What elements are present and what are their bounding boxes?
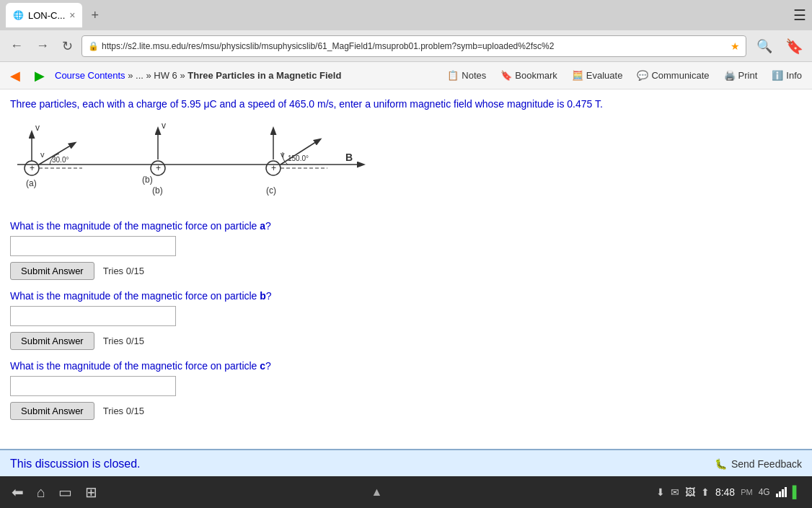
up-chevron-icon[interactable]: ▲ bbox=[371, 486, 383, 499]
submit-c-button[interactable]: Submit Answer bbox=[10, 402, 94, 420]
signal-label: 4G bbox=[759, 487, 770, 497]
battery-icon: ▌ bbox=[793, 486, 800, 499]
svg-text:(b): (b) bbox=[142, 175, 153, 185]
evaluate-button[interactable]: 🧮 Evaluate bbox=[568, 69, 627, 82]
back-course-icon: ◀ bbox=[10, 68, 20, 84]
active-tab[interactable]: 🌐 LON-C... × bbox=[6, 3, 82, 27]
tries-b: Tries 0/15 bbox=[103, 336, 144, 346]
question-b-text: What is the magnitude of the magnetic fo… bbox=[10, 290, 257, 302]
forward-button[interactable]: → bbox=[32, 35, 53, 56]
svg-text:150.0°: 150.0° bbox=[288, 154, 309, 162]
status-bar: ⬇ ✉ 🖼 ⬆ 8:48 PM 4G ▌ bbox=[656, 486, 800, 499]
forward-course-icon: ▶ bbox=[35, 68, 45, 84]
print-button[interactable]: 🖨️ Print bbox=[720, 69, 762, 82]
discussion-closed-text: This discussion is closed. bbox=[10, 457, 141, 470]
submit-row-b: Submit Answer Tries 0/15 bbox=[10, 332, 802, 350]
tab-bar: 🌐 LON-C... × + ☰ bbox=[0, 0, 812, 30]
submit-b-button[interactable]: Submit Answer bbox=[10, 332, 94, 350]
notes-label: Notes bbox=[462, 70, 486, 81]
download-icon: ⬇ bbox=[656, 486, 665, 498]
search-button[interactable]: 🔍 bbox=[751, 35, 778, 57]
evaluate-icon: 🧮 bbox=[572, 70, 583, 81]
info-icon: ℹ️ bbox=[772, 70, 783, 81]
diagram-area: + v v 30.0° + v (b) + bbox=[10, 118, 802, 211]
nav-bar: ← → ↻ 🔒 https://s2.lite.msu.edu/res/msu/… bbox=[0, 30, 812, 62]
svg-text:(c): (c) bbox=[266, 185, 276, 196]
question-c-suffix: ? bbox=[265, 360, 271, 372]
refresh-button[interactable]: ↻ bbox=[58, 35, 77, 57]
lock-icon: 🔒 bbox=[88, 41, 99, 51]
print-label: Print bbox=[738, 70, 758, 81]
discussion-bar: This discussion is closed. 🐛 Send Feedba… bbox=[0, 449, 812, 479]
bookmark-label: Bookmark bbox=[515, 70, 557, 81]
course-contents-link[interactable]: Course Contents bbox=[55, 70, 125, 81]
notes-button[interactable]: 📋 Notes bbox=[443, 69, 490, 82]
svg-text:v: v bbox=[35, 123, 40, 133]
particle-diagram: + v v 30.0° + v (b) + bbox=[10, 118, 371, 211]
answer-b-input[interactable] bbox=[10, 306, 176, 326]
question-a-suffix: ? bbox=[265, 220, 271, 232]
bookmark-toolbar-button[interactable]: 🔖 Bookmark bbox=[496, 69, 562, 82]
submit-row-c: Submit Answer Tries 0/15 bbox=[10, 402, 802, 420]
print-icon: 🖨️ bbox=[724, 70, 736, 81]
communicate-button[interactable]: 💬 Communicate bbox=[632, 69, 713, 82]
svg-text:v: v bbox=[162, 121, 166, 131]
toolbar: ◀ ▶ Course Contents » ... » HW 6 » Three… bbox=[0, 62, 812, 89]
breadcrumb-current: Three Particles in a Magnetic Field bbox=[187, 70, 341, 81]
new-tab-button[interactable]: + bbox=[85, 8, 105, 23]
url-text: https://s2.lite.msu.edu/res/msu/physicsl… bbox=[102, 41, 728, 51]
bottom-bar: ⬅ ⌂ ▭ ⊞ ▲ ⬇ ✉ 🖼 ⬆ 8:48 PM 4G ▌ bbox=[0, 476, 812, 508]
feedback-icon: 🐛 bbox=[715, 458, 727, 470]
question-b: What is the magnitude of the magnetic fo… bbox=[10, 290, 802, 302]
address-bar[interactable]: 🔒 https://s2.lite.msu.edu/res/msu/physic… bbox=[81, 35, 746, 57]
submit-row-a: Submit Answer Tries 0/15 bbox=[10, 262, 802, 280]
question-b-suffix: ? bbox=[266, 290, 272, 302]
notes-icon: 📋 bbox=[447, 70, 459, 81]
info-label: Info bbox=[786, 70, 802, 81]
back-nav-icon[interactable]: ⬅ bbox=[12, 483, 24, 501]
submit-a-button[interactable]: Submit Answer bbox=[10, 262, 94, 280]
tries-a: Tries 0/15 bbox=[103, 266, 144, 276]
question-a: What is the magnitude of the magnetic fo… bbox=[10, 220, 802, 232]
particle-a-label: a bbox=[260, 220, 265, 232]
back-course-button[interactable]: ◀ bbox=[6, 66, 25, 85]
problem-description: Three particles, each with a charge of 5… bbox=[10, 97, 802, 112]
svg-text:(b): (b) bbox=[152, 185, 163, 196]
tries-c: Tries 0/15 bbox=[103, 406, 144, 416]
answer-a-input[interactable] bbox=[10, 236, 176, 256]
answer-c-input[interactable] bbox=[10, 376, 176, 396]
svg-text:(a): (a) bbox=[26, 178, 37, 188]
bookmark-icon: 🔖 bbox=[500, 70, 512, 81]
clock-period: PM bbox=[741, 488, 753, 496]
signal-bars bbox=[776, 487, 787, 497]
star-icon: ★ bbox=[731, 40, 740, 52]
tab-page-icon: 🌐 bbox=[13, 10, 24, 20]
breadcrumb: Course Contents » ... » HW 6 » Three Par… bbox=[55, 70, 437, 81]
particle-c-label: c bbox=[260, 360, 265, 372]
breadcrumb-sep1: » ... » HW 6 » bbox=[128, 70, 187, 81]
question-c-text: What is the magnitude of the magnetic fo… bbox=[10, 360, 257, 372]
tab-close-button[interactable]: × bbox=[69, 9, 75, 21]
upload-icon: ⬆ bbox=[701, 486, 710, 498]
recent-apps-icon[interactable]: ▭ bbox=[58, 483, 72, 501]
forward-course-button[interactable]: ▶ bbox=[30, 66, 49, 85]
home-icon[interactable]: ⌂ bbox=[37, 484, 45, 501]
svg-text:30.0°: 30.0° bbox=[52, 156, 69, 164]
email-icon: ✉ bbox=[671, 486, 679, 498]
svg-text:v: v bbox=[40, 150, 45, 159]
back-button[interactable]: ← bbox=[6, 35, 27, 56]
svg-text:B: B bbox=[345, 152, 353, 163]
svg-text:+: + bbox=[271, 163, 276, 173]
question-a-text: What is the magnitude of the magnetic fo… bbox=[10, 220, 257, 232]
send-feedback-button[interactable]: 🐛 Send Feedback bbox=[715, 458, 802, 470]
main-content: Three particles, each with a charge of 5… bbox=[0, 89, 812, 449]
menu-icon[interactable]: ☰ bbox=[793, 6, 806, 24]
particle-b-label: b bbox=[260, 290, 266, 302]
svg-text:+: + bbox=[156, 163, 161, 173]
communicate-icon: 💬 bbox=[637, 70, 648, 81]
screenshot-icon[interactable]: ⊞ bbox=[85, 483, 97, 501]
question-c: What is the magnitude of the magnetic fo… bbox=[10, 360, 802, 372]
info-button[interactable]: ℹ️ Info bbox=[767, 69, 806, 82]
image-icon: 🖼 bbox=[685, 486, 695, 498]
bookmark-button[interactable]: 🔖 bbox=[782, 35, 806, 58]
